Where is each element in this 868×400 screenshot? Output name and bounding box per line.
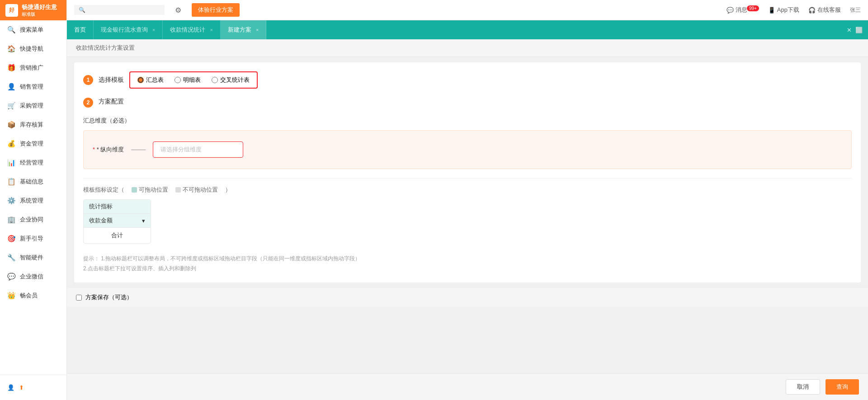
content-area: 收款情况统计方案设置 1 选择模板 汇总表 明细表 [67,39,868,373]
option-cross-label: 交叉统计表 [220,76,250,84]
sidebar-item-label: 资金管理 [20,140,43,148]
radio-summary[interactable] [137,77,144,83]
vertical-dimension-label: * * 纵向维度 [93,146,124,154]
sidebar-item-wechat[interactable]: 💬 企业微信 [0,267,66,286]
metrics-col1-dropdown-icon[interactable]: ▾ [142,217,145,224]
crown-icon: 👑 [7,292,15,300]
close-window-icon[interactable]: ✕ [847,27,852,33]
sidebar-item-operation[interactable]: 📊 经营管理 [0,153,66,172]
dimension-area: * * 纵向维度 —— 请选择分组维度 [83,130,852,169]
option-detail-label: 明细表 [183,76,201,84]
username: 张三 [850,7,861,13]
sidebar-item-inventory[interactable]: 📦 库存核算 [0,115,66,134]
tab-receipt-stats-label: 收款情况统计 [170,26,205,34]
sidebar-item-finance[interactable]: 💰 资金管理 [0,134,66,153]
save-checkbox[interactable] [76,295,82,301]
logo-icon: 好 [5,4,18,17]
metrics-group-label: 统计指标 [89,202,113,211]
draggable-label: 可拖动位置 [139,186,168,194]
download-label: App下载 [777,6,799,14]
dimension-select[interactable]: 请选择分组维度 [153,141,243,158]
tab-home[interactable]: 首页 [67,20,94,39]
breadcrumb-text: 收款情况统计方案设置 [76,44,135,51]
sidebar-item-label: 企业微信 [20,273,43,281]
sidebar: 好 畅捷通好生意 标准版 🔍 搜索菜单 🏠 快捷导航 🎁 营销推广 👤 销售管理… [0,0,67,400]
option-summary[interactable]: 汇总表 [137,76,164,84]
sidebar-logo: 好 畅捷通好生意 标准版 [0,0,66,20]
tab-receipt-stats[interactable]: 收款情况统计 × [163,20,220,39]
tab-bank-flow-close[interactable]: × [152,27,155,33]
sidebar-item-member[interactable]: 👑 畅会员 [0,286,66,305]
sidebar-item-search[interactable]: 🔍 搜索菜单 [0,20,66,39]
sidebar-item-label: 系统管理 [20,197,43,205]
step2-label: 方案配置 [99,98,124,106]
sidebar-item-label: 畅会员 [20,292,38,300]
user-display[interactable]: 张三 [850,6,861,14]
metrics-title-close: ） [225,186,231,194]
sidebar-item-label: 企业协同 [20,216,43,224]
sidebar-item-label: 采购管理 [20,102,43,110]
save-section: 方案保存（可选） [67,288,868,307]
sidebar-item-enterprise[interactable]: 🏢 企业协同 [0,210,66,229]
step1-row: 1 选择模板 汇总表 明细表 交叉统计表 [83,71,852,89]
topbar-search-box[interactable]: 🔍 [74,5,165,15]
tab-new-plan-label: 新建方案 [228,26,251,34]
industry-btn[interactable]: 体验行业方案 [192,3,240,17]
message-button[interactable]: 💬 消息 99+ [726,6,759,14]
template-options-container: 汇总表 明细表 交叉统计表 [129,71,258,89]
tab-spacer [266,20,841,39]
sidebar-item-quick-nav[interactable]: 🏠 快捷导航 [0,39,66,58]
radio-detail[interactable] [175,77,181,83]
draggable-legend: 可拖动位置 [132,186,168,194]
maximize-window-icon[interactable]: ⬜ [855,27,863,33]
sidebar-bottom-item[interactable]: 👤 ⬆ [0,379,66,396]
metrics-table-wrapper: 统计指标 收款金额 ▾ 合计 [83,199,852,245]
undraggable-label: 不可拖动位置 [183,186,218,194]
tab-home-label: 首页 [74,26,86,34]
radio-cross[interactable] [212,77,218,83]
settings-button[interactable]: ⚙ [172,4,184,16]
list-icon: 📋 [7,178,15,186]
wrench-icon: 🔧 [7,254,15,262]
building-icon: 🏢 [7,216,15,224]
logo-text: 畅捷通好生意 [22,3,57,11]
tab-bank-flow[interactable]: 现金银行流水查询 × [94,20,163,39]
sidebar-item-sales[interactable]: 👤 销售管理 [0,77,66,96]
step1-label: 选择模板 [99,76,124,84]
cancel-button[interactable]: 取消 [786,379,820,395]
sidebar-item-marketing[interactable]: 🎁 营销推广 [0,58,66,77]
sidebar-item-hardware[interactable]: 🔧 智能硬件 [0,248,66,267]
option-detail[interactable]: 明细表 [175,76,201,84]
step2-number: 2 [83,98,93,108]
download-button[interactable]: 📱 App下载 [768,6,799,14]
topbar-right: 💬 消息 99+ 📱 App下载 🎧 在线客服 张三 [726,6,861,14]
sidebar-item-system[interactable]: ⚙️ 系统管理 [0,191,66,210]
metrics-title-text: 模板指标设定（ [83,186,124,194]
metrics-group-header: 统计指标 [84,200,151,214]
sidebar-bottom: 👤 ⬆ [0,375,66,400]
metrics-section: 模板指标设定（ 可拖动位置 不可拖动位置 ） [83,178,852,273]
undraggable-color-block [175,187,181,193]
metrics-col1-header[interactable]: 收款金额 ▾ [84,214,151,228]
tab-new-plan-close[interactable]: × [256,27,259,33]
sidebar-item-label: 经营管理 [20,159,43,167]
chart-icon: 📊 [7,159,15,167]
sidebar-item-guide[interactable]: 🎯 新手引导 [0,229,66,248]
main-area: 🔍 ⚙ 体验行业方案 💬 消息 99+ 📱 App下载 🎧 在线客服 张三 [67,0,868,400]
option-cross[interactable]: 交叉统计表 [212,76,250,84]
service-button[interactable]: 🎧 在线客服 [808,6,841,14]
cart-icon: 🛒 [7,102,15,110]
money-icon: 💰 [7,140,15,148]
query-button[interactable]: 查询 [826,379,859,395]
user-avatar: 👤 [7,384,14,391]
sidebar-item-basic-info[interactable]: 📋 基础信息 [0,172,66,191]
tab-new-plan[interactable]: 新建方案 × [221,20,266,39]
sidebar-item-label: 新手引导 [20,235,43,243]
sidebar-item-purchase[interactable]: 🛒 采购管理 [0,96,66,115]
sidebar-item-label: 基础信息 [20,178,43,186]
tip-1: 提示： 1.拖动标题栏可以调整布局，不可跨维度或指标区域拖动栏目字段（只能在同一… [83,254,852,264]
chat-icon: 💬 [7,273,15,281]
message-label: 消息 [736,6,747,14]
sidebar-item-label: 智能硬件 [20,254,43,262]
tab-receipt-stats-close[interactable]: × [210,27,212,33]
